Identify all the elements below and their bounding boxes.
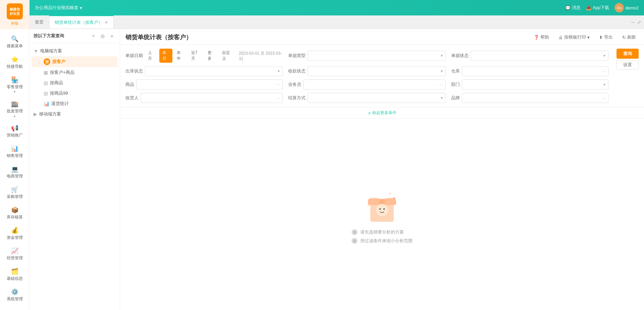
sidebar-item-operations[interactable]: 📈 经营管理 [0,244,29,264]
recipient-label: 收货人 [125,95,139,101]
tab-close-icon[interactable]: ✕ [105,20,108,25]
sidebar-item-purchase[interactable]: 🛒 采购管理 [0,183,29,203]
finance-icon: 💰 [11,227,18,234]
date-btn-custom[interactable]: 自定义 [219,49,235,63]
doc-type-select[interactable]: ▾ [308,51,445,61]
tab-home[interactable]: 首页 [30,15,49,29]
filter-row-2: 出库状态 ▾ 收款状态 ▾ [125,66,608,76]
filter-cell-department: 部门 ▾ [451,80,608,90]
refresh-btn[interactable]: ↻ 刷新 [620,33,639,42]
department-select[interactable]: ▾ [462,80,608,90]
date-btn-this-year[interactable]: 本年 [174,49,187,63]
tree-desktop-parent[interactable]: ▼ 电脑端方案 [30,46,120,56]
salesperson-select[interactable]: ··· [303,80,445,90]
export-btn[interactable]: ⬆ 导出 [596,33,615,42]
payment-select[interactable]: ▾ [308,66,445,76]
table-icon2: ▤ [44,91,48,96]
tree-item-by-goods[interactable]: ▤ 按商品 [32,78,118,88]
filter-cell-doc-type: 单据类型 ▾ [288,51,445,61]
date-label: 单据日期 [125,53,143,59]
doc-status-select[interactable]: ▾ [471,51,608,61]
settings-scheme-btn[interactable]: ◎ [99,32,106,40]
app-download-btn[interactable]: 📥 App下载 [586,5,609,11]
sidebar-item-marketing[interactable]: 📢 营销推广 [0,121,29,142]
tree-item-customer-goods[interactable]: ▦ 按客户+商品 [32,67,118,78]
main-area: 办公用品行业模拟账套 ▾ 💬 消息 📥 App下载 Ea demo2 首页 销货… [30,0,644,310]
table-icon1: ▤ [44,80,48,86]
filter-cell-goods: 商品 ··· [125,80,283,90]
date-btn-this-month[interactable]: 本月 [159,49,172,63]
outbound-select[interactable]: ▾ [145,66,283,76]
recipient-select[interactable]: ··· [141,93,283,103]
sidebar-item-finance[interactable]: 💰 资金管理 [0,223,29,244]
settings-button[interactable]: 设置 [616,60,639,69]
help-label: 帮助 [540,34,549,40]
empty-illustration: ✦ ✦ ✦ [362,185,402,225]
header-right: 💬 消息 📥 App下载 Ea demo2 [565,3,639,12]
page-title: 销货单统计表（按客户） [125,33,192,41]
help-btn[interactable]: ❓ 帮助 [531,33,552,42]
add-scheme-btn[interactable]: ＋ [90,32,97,40]
left-panel-title: 按以下方案查询 [34,33,64,39]
tree-mobile-label: 移动端方案 [39,111,61,117]
marketing-icon: 📢 [11,124,18,132]
industry-arrow-icon: ▾ [80,5,82,10]
purchase-icon: 🛒 [11,186,18,193]
sidebar-item-search[interactable]: 🔍 搜索菜单 [0,32,29,52]
settlement-select[interactable]: ▾ [308,93,445,103]
brand-select[interactable]: ··· [462,93,608,103]
doc-type-label: 单据类型 [288,53,306,59]
warehouse-select[interactable]: ··· [462,66,608,76]
query-button[interactable]: 查询 [616,49,639,59]
filter-cell-outbound: 出库状态 ▾ [125,66,283,76]
sidebar-item-retail[interactable]: 🏪 零售管理 ▼ [0,73,29,97]
goods-select[interactable]: ··· [136,80,283,90]
tree-item-returns[interactable]: 📊 退货统计 [32,99,118,109]
print-btn[interactable]: 🖨 按模板打印 ▾ [556,33,592,42]
tabbar-expand-icon[interactable]: ⤢ [637,19,641,25]
tab-sales-stats[interactable]: 销货单统计表（按客户） ✕ [49,15,114,29]
date-btn-7days[interactable]: 近7天 [188,49,203,63]
filter-row-3: 商品 ··· 业务员 ··· [125,80,608,90]
user-label: demo2 [625,5,639,10]
goods-dots-icon: ··· [276,82,280,87]
logo-area: 畅捷信好生意 标版 [0,0,29,29]
sidebar-item-inventory[interactable]: 📦 库存核算 [0,203,29,223]
tree-item-by-customer[interactable]: 按 按客户 [32,56,118,67]
industry-selector[interactable]: 办公用品行业模拟账套 ▾ [35,5,82,11]
sidebar-item-ecommerce[interactable]: 💻 电商管理 [0,162,29,183]
tree-item-by-goods99[interactable]: ▤ 按商品99 [32,88,118,98]
sidebar-item-shortcuts[interactable]: ⭐ 快捷导航 [0,52,29,73]
page-header: 销货单统计表（按客户） ❓ 帮助 🖨 按模板打印 ▾ ⬆ 导出 [120,29,644,45]
tabbar-minimize-icon[interactable]: ─ [631,19,635,25]
date-btn-last-month[interactable]: 上月 [145,49,158,63]
sidebar-item-wholesale[interactable]: 🏬 批发管理 ▲ [0,97,29,121]
sidebar-item-enterprise[interactable]: 🤝 企业协同 [0,305,29,310]
collapse-label: 收起更多条件 [372,110,396,116]
sidebar-item-basic[interactable]: 🗂️ 基础信息 [0,264,29,285]
message-btn[interactable]: 💬 消息 [565,5,581,11]
date-btn-more[interactable]: 更多 [205,49,218,63]
filter-cell-salesperson: 业务员 ··· [288,80,445,90]
user-menu[interactable]: Ea demo2 [614,3,639,12]
collapse-panel-btn[interactable]: « [108,32,116,40]
wholesale-arrow-icon: ▲ [13,114,16,118]
hint-num-2: ② [352,238,358,244]
sidebar-item-system[interactable]: ⚙️ 系统管理 [0,285,29,305]
doc-type-arrow-icon: ▾ [441,53,443,58]
recipient-dots-icon: ··· [276,96,280,100]
filter-row-4: 收货人 ··· 结算方式 ▾ [125,93,608,103]
filter-cell-payment: 收款状态 ▾ [288,66,445,76]
tree-item-customer-goods-label: 按客户+商品 [50,69,74,75]
tree-mobile-parent[interactable]: ▶ 移动端方案 [30,109,120,119]
retail-arrow-icon: ▼ [13,90,16,94]
collapse-bar[interactable]: ∧ 收起更多条件 [120,107,644,119]
content-area: 按以下方案查询 ＋ ◎ « ▼ 电脑端方案 按 按客户 ▦ [30,29,644,310]
message-icon: 💬 [565,5,571,10]
query-buttons: 查询 设置 [614,49,639,69]
empty-hint-2: ② 用过滤条件来缩小分析范围 [352,238,413,244]
sidebar-item-sales[interactable]: 📊 销售管理 [0,142,29,162]
department-label: 部门 [451,82,460,88]
wholesale-icon: 🏬 [11,100,18,108]
svg-text:✦: ✦ [392,196,396,201]
